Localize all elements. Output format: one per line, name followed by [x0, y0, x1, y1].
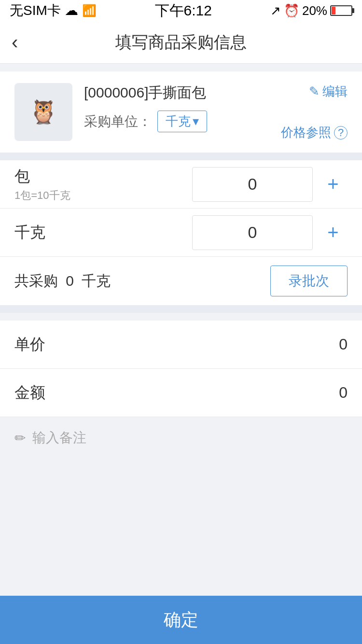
note-section[interactable]: ✏ 输入备注 [0, 417, 362, 459]
note-icon: ✏ [14, 430, 26, 446]
bag-label: 包 1包=10千克 [14, 166, 72, 203]
note-input[interactable]: 输入备注 [32, 429, 86, 447]
no-sim-text: 无SIM卡 ☁ [10, 1, 78, 20]
battery-percent: 20% [302, 3, 327, 18]
confirm-label: 确定 [164, 608, 198, 632]
kg-label-main: 千克 [14, 222, 72, 243]
total-row: 共采购 0 千克 录批次 [0, 257, 362, 305]
location-icon: ↗ [270, 3, 281, 18]
unit-value: 千克 [166, 113, 191, 130]
help-icon: ? [334, 126, 348, 140]
product-card: 🦉 [0000006]手撕面包 采购单位： 千克 ▾ ✎ 编辑 价格参照 ? [0, 71, 362, 153]
page-title: 填写商品采购信息 [115, 31, 247, 54]
edit-icon: ✎ [309, 84, 320, 99]
confirm-button[interactable]: 确定 [0, 596, 362, 644]
batch-button[interactable]: 录批次 [270, 266, 348, 296]
status-left: 无SIM卡 ☁ 📶 [10, 1, 97, 20]
bag-input-section: 包 1包=10千克 0 + [0, 160, 362, 209]
kg-label: 千克 [14, 222, 72, 243]
total-unit: 千克 [82, 273, 111, 289]
status-right: ↗ ⏰ 20% [270, 3, 352, 18]
product-logo: 🦉 [29, 98, 58, 126]
kg-quantity-input[interactable]: 0 [192, 215, 313, 250]
kg-input-field: 0 + [72, 215, 348, 250]
amount-value: 0 [339, 384, 348, 402]
unit-label: 采购单位： [84, 112, 152, 131]
wifi-icon: 📶 [82, 4, 97, 17]
bag-quantity-input[interactable]: 0 [192, 167, 313, 202]
product-image: 🦉 [14, 83, 72, 141]
section-divider-2 [0, 305, 362, 313]
amount-row: 金额 0 [0, 369, 362, 417]
status-bar: 无SIM卡 ☁ 📶 下午6:12 ↗ ⏰ 20% [0, 0, 362, 21]
unit-price-value: 0 [339, 336, 348, 353]
unit-price-label: 单价 [14, 334, 45, 355]
price-ref-button[interactable]: 价格参照 ? [281, 124, 348, 141]
bag-plus-button[interactable]: + [319, 170, 348, 199]
kg-input-row: 千克 0 + [0, 209, 362, 257]
bag-label-sub: 1包=10千克 [14, 188, 72, 203]
product-name: [0000006]手撕面包 [84, 83, 348, 103]
back-icon: ‹ [12, 31, 18, 53]
bottom-spacer [0, 459, 362, 555]
total-amount: 0 [66, 273, 74, 289]
unit-select[interactable]: 千克 ▾ [157, 111, 207, 132]
price-section: 单价 0 金额 0 [0, 321, 362, 417]
total-prefix: 共采购 [14, 273, 58, 289]
price-ref-label: 价格参照 [281, 124, 331, 141]
amount-label: 金额 [14, 382, 45, 404]
edit-label: 编辑 [322, 83, 348, 100]
bag-label-main: 包 [14, 166, 72, 187]
back-button[interactable]: ‹ [12, 31, 18, 53]
battery-icon [330, 5, 352, 16]
unit-price-row: 单价 0 [0, 321, 362, 369]
status-time: 下午6:12 [155, 1, 212, 21]
bag-input-field: 0 + [72, 167, 348, 202]
alarm-icon: ⏰ [284, 3, 299, 18]
chevron-down-icon: ▾ [193, 114, 199, 129]
kg-input-section: 千克 0 + [0, 209, 362, 257]
section-divider-1 [0, 153, 362, 160]
bag-input-row: 包 1包=10千克 0 + [0, 160, 362, 209]
edit-button[interactable]: ✎ 编辑 [309, 83, 348, 100]
kg-plus-button[interactable]: + [319, 218, 348, 247]
total-text: 共采购 0 千克 [14, 271, 111, 291]
nav-bar: ‹ 填写商品采购信息 [0, 21, 362, 64]
